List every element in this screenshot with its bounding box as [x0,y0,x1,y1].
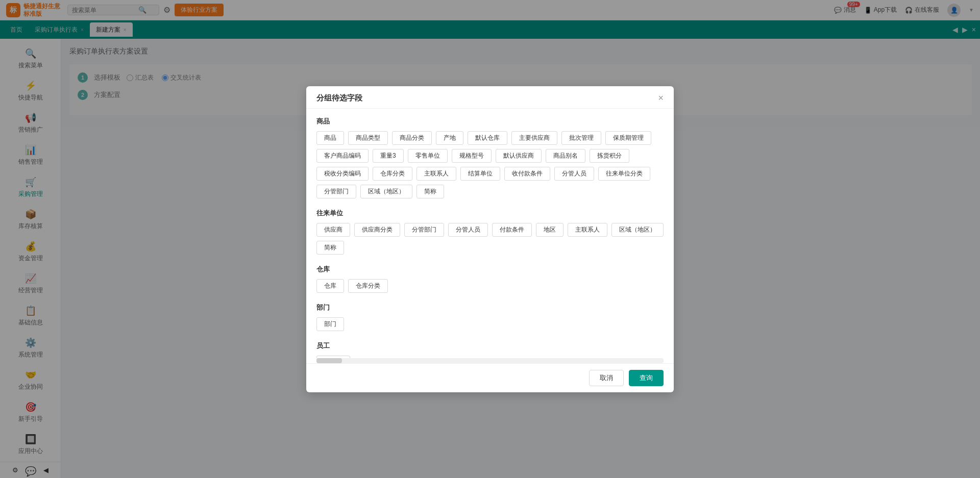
modal-title: 分组待选字段 [316,93,362,103]
field-tag[interactable]: 主联系人 [568,223,607,237]
field-tag[interactable]: 地区 [536,223,564,237]
field-tag[interactable]: 批次管理 [561,131,601,145]
section-counterpart-title: 往来单位 [316,209,664,218]
section-goods: 商品 商品 商品类型 商品分类 产地 默认仓库 主要供应商 批次管理 保质期管理… [316,117,664,198]
cancel-button[interactable]: 取消 [589,370,624,386]
field-tag[interactable]: 税收分类编码 [316,167,369,181]
field-tag[interactable]: 默认供应商 [496,149,542,163]
field-select-modal: 分组待选字段 × 商品 商品 商品类型 商品分类 产地 默认仓库 主要供应商 批… [306,86,674,392]
section-warehouse-fields: 仓库 仓库分类 [316,279,664,293]
section-employee-fields: 业务员 [316,356,664,358]
field-tag[interactable]: 简称 [416,185,444,198]
field-tag[interactable]: 区域（地区） [360,185,412,198]
modal-header: 分组待选字段 × [306,86,674,109]
field-tag[interactable]: 简称 [316,241,344,255]
field-tag[interactable]: 区域（地区） [611,223,664,237]
field-tag[interactable]: 商品分类 [392,131,432,145]
section-goods-fields: 商品 商品类型 商品分类 产地 默认仓库 主要供应商 批次管理 保质期管理 客户… [316,131,664,198]
field-tag[interactable]: 仓库 [316,279,344,293]
modal-overlay: 分组待选字段 × 商品 商品 商品类型 商品分类 产地 默认仓库 主要供应商 批… [0,0,980,478]
section-counterpart: 往来单位 供应商 供应商分类 分管部门 分管人员 付款条件 地区 主联系人 区域… [316,209,664,255]
field-tag[interactable]: 分管部门 [316,185,356,198]
field-tag[interactable]: 商品 [316,131,344,145]
field-tag[interactable]: 主联系人 [416,167,456,181]
modal-body: 商品 商品 商品类型 商品分类 产地 默认仓库 主要供应商 批次管理 保质期管理… [306,109,674,358]
field-tag[interactable]: 拣货积分 [590,149,629,163]
section-employee: 员工 业务员 [316,341,664,358]
section-counterpart-fields: 供应商 供应商分类 分管部门 分管人员 付款条件 地区 主联系人 区域（地区） … [316,223,664,255]
field-tag[interactable]: 保质期管理 [605,131,651,145]
field-tag[interactable]: 客户商品编码 [316,149,369,163]
section-department: 部门 部门 [316,303,664,331]
field-tag[interactable]: 产地 [436,131,463,145]
field-tag[interactable]: 往来单位分类 [598,167,650,181]
section-employee-title: 员工 [316,341,664,350]
section-department-fields: 部门 [316,317,664,331]
field-tag[interactable]: 默认仓库 [468,131,507,145]
field-tag[interactable]: 商品类型 [348,131,388,145]
field-tag[interactable]: 重量3 [373,149,404,163]
horizontal-scrollbar[interactable] [316,358,664,363]
field-tag[interactable]: 分管人员 [554,167,594,181]
field-tag[interactable]: 供应商分类 [354,223,400,237]
section-goods-title: 商品 [316,117,664,126]
field-tag[interactable]: 分管部门 [404,223,444,237]
section-warehouse: 仓库 仓库 仓库分类 [316,265,664,293]
field-tag[interactable]: 结算单位 [460,167,500,181]
field-tag[interactable]: 主要供应商 [511,131,557,145]
field-tag[interactable]: 供应商 [316,223,350,237]
h-scrollbar-thumb[interactable] [316,358,342,363]
modal-footer: 取消 查询 [306,363,674,392]
modal-close-btn[interactable]: × [658,93,664,103]
field-tag[interactable]: 收付款条件 [504,167,550,181]
field-tag[interactable]: 仓库分类 [373,167,412,181]
field-tag[interactable]: 分管人员 [448,223,488,237]
confirm-button[interactable]: 查询 [629,370,664,386]
field-tag[interactable]: 业务员 [316,356,350,358]
field-tag[interactable]: 商品别名 [546,149,585,163]
section-warehouse-title: 仓库 [316,265,664,274]
field-tag[interactable]: 规格型号 [452,149,492,163]
field-tag[interactable]: 付款条件 [492,223,532,237]
field-tag[interactable]: 仓库分类 [348,279,388,293]
section-department-title: 部门 [316,303,664,312]
field-tag[interactable]: 部门 [316,317,344,331]
field-tag[interactable]: 零售单位 [408,149,448,163]
